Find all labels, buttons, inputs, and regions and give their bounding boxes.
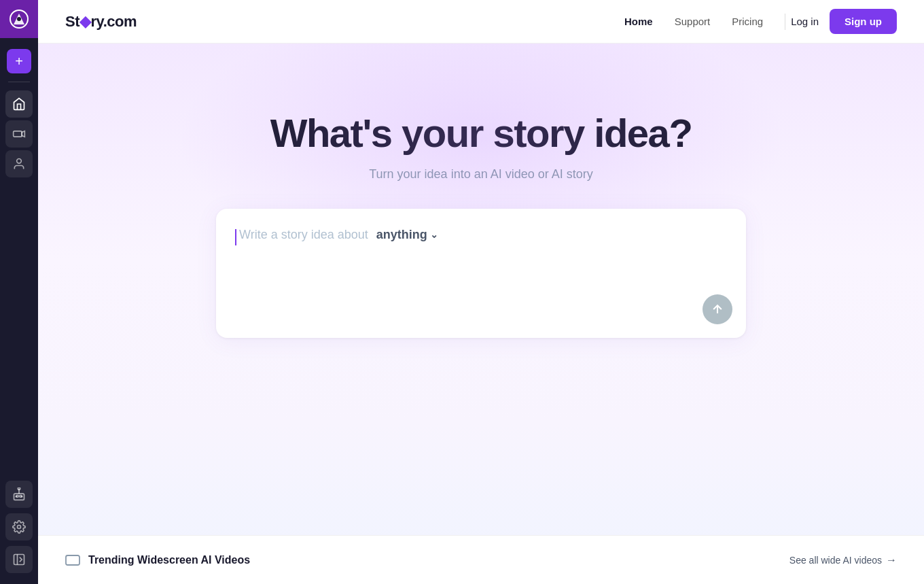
hero-subtitle: Turn your idea into an AI video or AI st…: [369, 167, 593, 182]
sidebar-nav: [0, 90, 38, 177]
sidebar-item-settings[interactable]: [5, 513, 33, 540]
signup-button[interactable]: Sign up: [830, 9, 897, 34]
trending-label: Trending Widescreen AI Videos: [88, 554, 250, 566]
sidebar: +: [0, 0, 38, 584]
see-all-label: See all wide AI videos: [789, 555, 882, 566]
svg-rect-16: [66, 555, 79, 565]
story-input-row: Write a story idea about anything ⌄: [235, 228, 727, 245]
story-input-card: Write a story idea about anything ⌄: [216, 209, 746, 338]
svg-point-2: [17, 17, 21, 21]
settings-icon: [12, 520, 26, 534]
user-icon: [12, 157, 26, 171]
svg-point-12: [18, 526, 21, 529]
hero-section: What's your story idea? Turn your idea i…: [38, 44, 924, 584]
logo-icon: [10, 10, 29, 29]
sidebar-item-home[interactable]: [5, 90, 33, 118]
story-input-area: Write a story idea about anything ⌄: [235, 228, 727, 324]
svg-point-5: [17, 159, 22, 164]
see-all-videos-link[interactable]: See all wide AI videos →: [789, 554, 897, 566]
home-icon: [12, 97, 26, 111]
add-new-button[interactable]: +: [7, 49, 31, 73]
sidebar-item-profile[interactable]: [5, 150, 33, 177]
send-up-icon: [711, 303, 724, 316]
panel-icon: [12, 553, 26, 566]
sidebar-item-video[interactable]: [5, 120, 33, 148]
topnav-divider: [785, 14, 785, 30]
sidebar-logo: [0, 0, 38, 38]
sidebar-item-robot[interactable]: [5, 481, 33, 508]
svg-rect-10: [16, 496, 18, 498]
text-cursor: [235, 229, 236, 245]
robot-icon: [12, 487, 26, 501]
widescreen-icon: [65, 554, 80, 566]
main-content: St◆ry.com Home Support Pricing Log in Si…: [38, 0, 924, 584]
video-icon: [12, 127, 26, 141]
trending-video-icon: [65, 554, 80, 566]
topnav-nav: Home Support Pricing: [624, 16, 763, 27]
nav-link-pricing[interactable]: Pricing: [732, 16, 763, 27]
trending-bar: Trending Widescreen AI Videos See all wi…: [38, 535, 924, 584]
svg-point-7: [18, 487, 20, 489]
story-send-button[interactable]: [703, 294, 732, 324]
nav-link-home[interactable]: Home: [624, 16, 653, 27]
story-placeholder: Write a story idea about: [239, 228, 368, 242]
hero-title: What's your story idea?: [270, 111, 692, 155]
topnav-logo: St◆ry.com: [65, 13, 137, 31]
svg-rect-3: [14, 131, 22, 137]
story-topic-label: anything: [376, 228, 427, 242]
nav-link-support[interactable]: Support: [675, 16, 711, 27]
login-button[interactable]: Log in: [791, 16, 819, 27]
story-topic-dropdown[interactable]: anything ⌄: [374, 228, 441, 242]
topnav: St◆ry.com Home Support Pricing Log in Si…: [38, 0, 924, 44]
arrow-right-icon: →: [886, 554, 897, 566]
sidebar-divider: [8, 82, 30, 82]
plus-icon: +: [15, 54, 23, 69]
svg-marker-4: [22, 131, 24, 137]
chevron-down-icon: ⌄: [430, 229, 438, 240]
sidebar-item-panel[interactable]: [5, 546, 33, 573]
sidebar-bottom: [5, 481, 33, 573]
svg-rect-11: [20, 496, 22, 498]
